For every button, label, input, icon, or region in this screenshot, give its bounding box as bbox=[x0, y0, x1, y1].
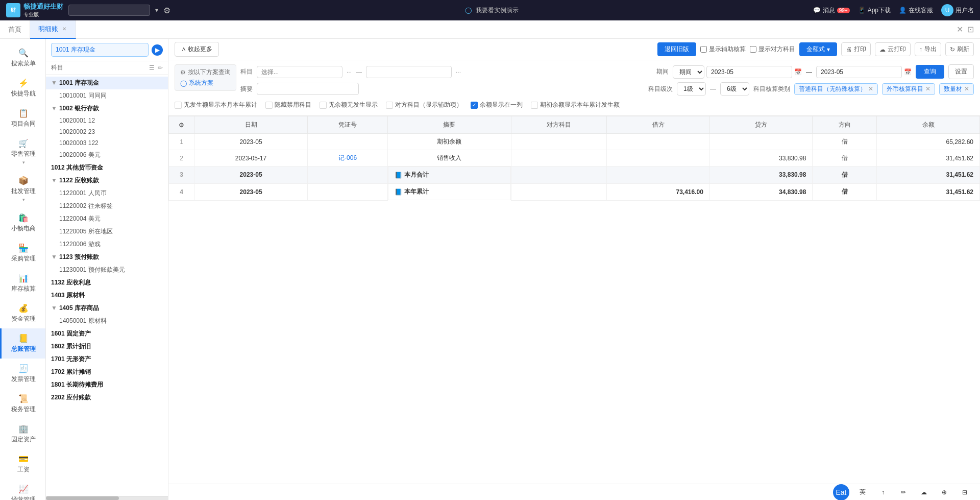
calendar-icon[interactable]: 📅 bbox=[794, 68, 802, 76]
account-list-icon[interactable]: ☰ bbox=[149, 64, 155, 72]
account-item-2202[interactable]: 2202 应付账款 bbox=[46, 391, 168, 404]
account-item-11220006[interactable]: 11220006 游戏 bbox=[46, 238, 168, 251]
account-item-1012[interactable]: 1012 其他货币资金 bbox=[46, 161, 168, 174]
voucher-link-2[interactable]: 记-006 bbox=[338, 154, 357, 161]
subject-level-from[interactable]: 1级 bbox=[677, 82, 706, 96]
bottom-edit-icon[interactable]: ✏ bbox=[896, 485, 911, 499]
account-item-1801[interactable]: 1801 长期待摊费用 bbox=[46, 378, 168, 391]
export-btn[interactable]: ↑ 导出 bbox=[915, 42, 941, 56]
scheme-link[interactable]: ◯ 系统方案 bbox=[180, 79, 231, 87]
bottom-remove-icon[interactable]: ⊟ bbox=[958, 485, 972, 499]
sidebar-item-search[interactable]: 🔍 搜索菜单 bbox=[0, 43, 45, 73]
sidebar-item-fixed-assets[interactable]: 🏢 固定资产 bbox=[0, 419, 45, 449]
maximize-icon[interactable]: ⊡ bbox=[967, 25, 974, 34]
account-item-10020002[interactable]: 10020002 23 bbox=[46, 126, 168, 137]
sidebar-item-retail[interactable]: 🛒 零售管理 ▾ bbox=[0, 133, 45, 171]
bottom-cloud-icon[interactable]: ☁ bbox=[917, 485, 931, 499]
calendar-to-icon[interactable]: 📅 bbox=[904, 68, 912, 76]
sidebar-item-project[interactable]: 📋 项目合同 bbox=[0, 103, 45, 133]
tab-close-icon[interactable]: ✕ bbox=[61, 25, 67, 33]
account-item-1405[interactable]: ▼1405 库存商品 bbox=[46, 302, 168, 315]
account-selector[interactable]: 1001 库存现金 bbox=[51, 43, 149, 57]
account-item-11220005[interactable]: 11220005 所在地区 bbox=[46, 225, 168, 238]
cb-no-balance[interactable]: 无余额无发生显示 bbox=[320, 101, 378, 109]
row-voucher-2[interactable]: 记-006 bbox=[308, 150, 388, 166]
top-search-input[interactable] bbox=[68, 5, 150, 16]
cb-hide-disabled-box[interactable] bbox=[265, 102, 273, 109]
account-item-1602[interactable]: 1602 累计折旧 bbox=[46, 340, 168, 353]
account-item-10020003[interactable]: 10020003 122 bbox=[46, 137, 168, 149]
cb-opposite-box[interactable] bbox=[386, 102, 393, 109]
cb-opening-balance[interactable]: 期初余额显示本年累计发生额 bbox=[531, 101, 620, 109]
account-item-1601[interactable]: 1601 固定资产 bbox=[46, 327, 168, 340]
show-opposite-checkbox[interactable]: 显示对方科目 bbox=[750, 45, 795, 54]
account-item-1701[interactable]: 1701 无形资产 bbox=[46, 353, 168, 366]
refresh-btn[interactable]: ↻ 刷新 bbox=[945, 42, 974, 56]
cloud-print-btn[interactable]: ☁ 云打印 bbox=[875, 42, 911, 56]
query-btn[interactable]: 查询 bbox=[916, 65, 944, 79]
col-settings[interactable]: ⚙ bbox=[169, 116, 194, 134]
bottom-up-icon[interactable]: ↑ bbox=[876, 485, 890, 499]
cb-opening-balance-box[interactable] bbox=[531, 102, 538, 109]
account-item-1123[interactable]: ▼1123 预付账款 bbox=[46, 251, 168, 264]
account-item-10020001[interactable]: 10020001 12 bbox=[46, 115, 168, 126]
date-period-type[interactable]: 期间 bbox=[673, 65, 704, 79]
subject-input[interactable] bbox=[257, 66, 342, 78]
sidebar-item-management[interactable]: 📈 经营管理 bbox=[0, 479, 45, 500]
subject-to-input[interactable] bbox=[366, 66, 452, 78]
search-dropdown-icon[interactable]: ▾ bbox=[155, 7, 158, 14]
sidebar-item-ledger[interactable]: 📒 总账管理 bbox=[0, 328, 45, 359]
tag-close-1[interactable]: ✕ bbox=[925, 85, 930, 92]
bottom-add-icon[interactable]: ⊕ bbox=[937, 485, 951, 499]
tag-close-2[interactable]: ✕ bbox=[964, 85, 969, 92]
message-btn[interactable]: 💬 消息 99+ bbox=[813, 6, 850, 15]
show-aux-checkbox[interactable]: 显示辅助核算 bbox=[700, 45, 746, 54]
account-item-10020006[interactable]: 10020006 美元 bbox=[46, 149, 168, 161]
settings-display-btn[interactable]: 设置 bbox=[948, 64, 974, 79]
sidebar-item-inventory[interactable]: 📊 库存核算 bbox=[0, 268, 45, 298]
tab-ledger[interactable]: 明细账 ✕ bbox=[30, 20, 76, 39]
sidebar-item-tax[interactable]: 📜 税务管理 bbox=[0, 389, 45, 419]
account-item-11230001[interactable]: 11230001 预付账款美元 bbox=[46, 264, 168, 276]
account-scrollbar-thumb[interactable] bbox=[46, 496, 119, 500]
tab-home[interactable]: 首页 bbox=[0, 20, 30, 39]
collapse-filter-btn[interactable]: ∧ 收起更多 bbox=[175, 42, 219, 57]
tag-close-0[interactable]: ✕ bbox=[868, 85, 873, 92]
account-item-1132[interactable]: 1132 应收利息 bbox=[46, 276, 168, 289]
cb-hide-disabled[interactable]: 隐藏禁用科目 bbox=[265, 101, 311, 109]
sidebar-item-finance[interactable]: 💰 资金管理 bbox=[0, 298, 45, 328]
sidebar-item-ecommerce[interactable]: 🛍️ 小畅电商 bbox=[0, 208, 45, 238]
sidebar-item-purchase[interactable]: 🏪 采购管理 bbox=[0, 238, 45, 268]
show-aux-input[interactable] bbox=[700, 46, 707, 53]
sidebar-item-quicknav[interactable]: ⚡ 快捷导航 bbox=[0, 73, 45, 103]
account-item-14050001[interactable]: 14050001 原材料 bbox=[46, 315, 168, 327]
account-item-11220004[interactable]: 11220004 美元 bbox=[46, 212, 168, 225]
settings-icon[interactable]: ⚙ bbox=[163, 6, 170, 15]
cb-no-occurrence-box[interactable] bbox=[175, 102, 182, 109]
print-btn[interactable]: 🖨 打印 bbox=[841, 42, 871, 56]
cb-opposite[interactable]: 对方科目（显示辅助项） bbox=[386, 101, 462, 109]
sidebar-item-invoice[interactable]: 🧾 发票管理 bbox=[0, 359, 45, 389]
date-from-input[interactable] bbox=[706, 66, 792, 78]
ent-btn[interactable]: Eat bbox=[833, 484, 849, 501]
account-item-1001[interactable]: ▼1001 库存现金 bbox=[46, 77, 168, 89]
date-to-input[interactable] bbox=[816, 66, 902, 78]
account-item-11220001[interactable]: 11220001 人民币 bbox=[46, 187, 168, 200]
subject-more-icon[interactable]: ··· bbox=[347, 68, 352, 76]
account-item-11220002[interactable]: 11220002 往来标签 bbox=[46, 200, 168, 212]
account-item-1403[interactable]: 1403 原材料 bbox=[46, 289, 168, 302]
account-edit-icon[interactable]: ✏ bbox=[158, 64, 163, 72]
cb-no-balance-box[interactable] bbox=[320, 102, 327, 109]
cb-no-occurrence[interactable]: 无发生额显示本月本年累计 bbox=[175, 101, 257, 109]
online-service-btn[interactable]: 👤 在线客服 bbox=[899, 6, 933, 15]
account-item-10010001[interactable]: 10010001 同同同 bbox=[46, 89, 168, 102]
account-nav-btn[interactable]: ▶ bbox=[152, 44, 163, 56]
summary-input[interactable] bbox=[257, 83, 359, 95]
subject-level-to[interactable]: 6级 bbox=[720, 82, 749, 96]
subject-more2-icon[interactable]: ··· bbox=[456, 68, 461, 76]
return-old-btn[interactable]: 退回旧版 bbox=[657, 42, 696, 56]
amount-format-btn[interactable]: 金额式 ▾ bbox=[799, 42, 837, 56]
app-download-btn[interactable]: 📱 App下载 bbox=[858, 6, 891, 15]
show-opposite-input[interactable] bbox=[750, 46, 756, 53]
table-settings-icon[interactable]: ⚙ bbox=[179, 122, 184, 129]
